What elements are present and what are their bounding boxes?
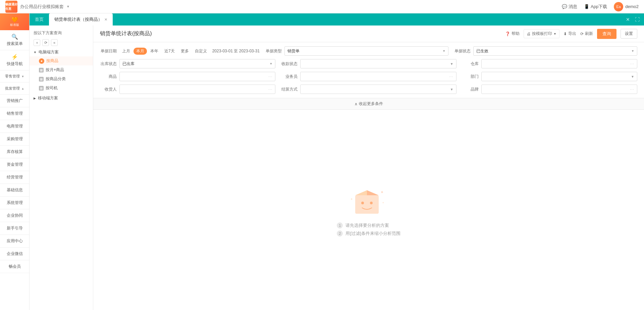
refresh-link[interactable]: ⟳ 刷新 [580,31,593,37]
collapse-panel-button[interactable]: « [51,39,58,46]
tab-sales-stats[interactable]: 销货单统计表（按商品） ✕ [49,13,113,25]
date-tab-last-7[interactable]: 近7天 [162,48,177,55]
app-download-button[interactable]: 📱 App下载 [584,4,607,10]
sidebar-item-guide[interactable]: 新手引导 [0,222,29,235]
filter-row-4: 收货人 ··· 结算方式 ▼ [100,85,637,94]
tree-item-by-category[interactable]: ▦ 按商品分类 [30,74,93,84]
sidebar-item-finance[interactable]: 资金管理 [0,158,29,171]
doc-status-field: 单据状态 已生效 ▼ [454,46,637,56]
sidebar-item-operations[interactable]: 经营管理 [0,171,29,184]
brand-input[interactable]: ··· [481,85,637,94]
tree-item-driver-label: 按司机 [46,85,58,91]
sidebar-item-wholesale[interactable]: 批发管理 ▲ [0,83,29,95]
settings-button[interactable]: 设置 [621,29,637,39]
sidebar-item-marketing[interactable]: 营销推广 [0,95,29,107]
hint-num-2: 2 [337,230,343,237]
payment-status-input[interactable]: ▼ [300,59,456,68]
date-tab-prev-month[interactable]: 上月 [119,48,133,55]
sidebar-item-system[interactable]: 系统管理 [0,197,29,209]
top-header: 畅捷通好生意 办公用品行业模拟账套 ▼ 💬 消息 📱 App下载 Ea demo… [0,0,644,13]
tree-item-category-label: 按商品分类 [46,76,66,82]
app-download-label: App下载 [591,4,607,10]
logo-text: 畅捷通好生意 [5,2,17,11]
tree-group-mobile[interactable]: ▶ 移动端方案 [30,94,93,102]
sidebar-item-membership[interactable]: 畅会员 [0,260,29,273]
tree-item-by-month-product[interactable]: ▦ 按月+商品 [30,65,93,74]
product-field: 商品 ··· [100,72,275,81]
warehouse-input[interactable]: ··· [481,59,637,68]
department-field: 部门 ▼ [462,72,637,81]
date-tab-this-year[interactable]: 本年 [148,48,161,55]
date-tab-custom[interactable]: 自定义 [192,48,210,55]
collapse-button[interactable]: ∧ 收起更多条件 [355,101,383,107]
main-layout: 🧡 标准版 🔍 搜索菜单 ⚡ 快捷导航 零售管理 ▼ 批发管理 ▲ 营销推广 销… [0,13,644,310]
recipient-input[interactable]: ··· [119,85,275,94]
product-input[interactable]: ··· [119,72,275,81]
sidebar-item-search[interactable]: 🔍 搜索菜单 [0,30,29,50]
salesperson-label: 业务员 [281,74,298,80]
recipient-field: 收货人 ··· [100,85,275,94]
department-input[interactable]: ▼ [481,72,637,81]
tab-sales-label: 销货单统计表（按商品） [54,16,102,22]
template-print-button[interactable]: 🖨 按模板打印 ▼ [524,29,559,38]
sidebar-item-sales-label: 销售管理 [7,111,23,116]
message-button[interactable]: 💬 消息 [562,4,577,10]
tree-mobile-label: 移动端方案 [38,95,58,101]
win-maximize-icon: ⛶ [635,17,640,22]
date-tab-more[interactable]: 更多 [178,48,192,55]
hint-text-2: 用[过滤]条件来缩小分析范围 [345,230,400,237]
sidebar-item-sales-mgmt[interactable]: 销售管理 [0,107,29,120]
left-panel-title: 按以下方案查询 [34,30,89,36]
help-label: 帮助 [512,31,520,37]
warehouse-status-arrow: ▼ [269,62,272,65]
tab-close-icon[interactable]: ✕ [104,17,107,22]
settlement-input[interactable]: ▼ [300,85,456,94]
refresh-icon: ⟳ [580,32,584,36]
tab-home[interactable]: 首页 [30,13,49,25]
query-button[interactable]: 查询 [597,29,616,39]
sidebar-item-basic-info[interactable]: 基础信息 [0,184,29,197]
sidebar-item-enterprise-wechat[interactable]: 企业微信 [0,248,29,260]
tree-item-by-product[interactable]: ● 按商品 [30,56,93,65]
tree-item-by-driver[interactable]: ▦ 按司机 [30,84,93,93]
sidebar-item-quick-nav[interactable]: ⚡ 快捷导航 [0,50,29,70]
sidebar-item-inventory[interactable]: 库存核算 [0,146,29,158]
date-tab-this-month[interactable]: 本月 [133,48,147,55]
window-maximize-button[interactable]: ⛶ [633,15,641,23]
empty-state: ✦ ✦ ✦ 1 请先选择要分析的方案 2 用[过滤]条件来缩小分析范围 [93,110,644,310]
sidebar-item-app-center[interactable]: 应用中心 [0,235,29,248]
warehouse-status-select[interactable]: 已出库 ▼ [119,59,275,68]
doc-type-select[interactable]: 销货单 ▼ [284,46,448,56]
export-link[interactable]: ⬇ 导出 [564,31,576,37]
settlement-dropdown-icon: ▼ [450,88,453,91]
sidebar-item-system-label: 系统管理 [7,200,23,206]
logo-icon: 🧡 [11,16,18,23]
warehouse-more-icon: ··· [630,62,634,66]
collapse-row: ∧ 收起更多条件 [93,98,644,110]
hint-num-1: 1 [337,222,343,228]
brand-field: 品牌 ··· [462,85,637,94]
subtitle-dropdown-icon[interactable]: ▼ [66,5,70,8]
sidebar-item-purchase[interactable]: 采购管理 [0,133,29,146]
print-dropdown-icon: ▼ [553,32,556,36]
warehouse-status-value: 已出库 [122,61,135,67]
date-label: 单据日期 [100,48,117,54]
sidebar-item-enterprise[interactable]: 企业协同 [0,209,29,222]
export-icon: ⬇ [564,32,567,36]
user-menu[interactable]: Ea demo2 [614,2,639,11]
empty-illustration: ✦ ✦ ✦ [348,184,389,217]
refresh-scheme-button[interactable]: ⟳ [42,39,49,46]
add-scheme-button[interactable]: ＋ [34,39,40,46]
svg-point-4 [370,202,373,204]
page-title-bar: 销货单统计表(按商品) ❓ 帮助 🖨 按模板打印 ▼ ⬇ [93,25,644,42]
salesperson-input[interactable]: ··· [300,72,456,81]
window-close-button[interactable]: ✕ [624,15,632,23]
tree-item-by-product-label: 按商品 [46,58,58,64]
doc-status-select[interactable]: 已生效 ▼ [473,46,637,56]
date-field: 单据日期 上月 本月 本年 近7天 更多 自定义 20 [100,48,260,55]
sidebar-item-ecommerce[interactable]: 电商管理 [0,120,29,133]
tree-group-desktop[interactable]: ▼ 电脑端方案 [30,48,93,56]
help-link[interactable]: ❓ 帮助 [505,31,520,37]
sidebar-item-retail[interactable]: 零售管理 ▼ [0,70,29,83]
sidebar-item-guide-label: 新手引导 [7,225,23,231]
